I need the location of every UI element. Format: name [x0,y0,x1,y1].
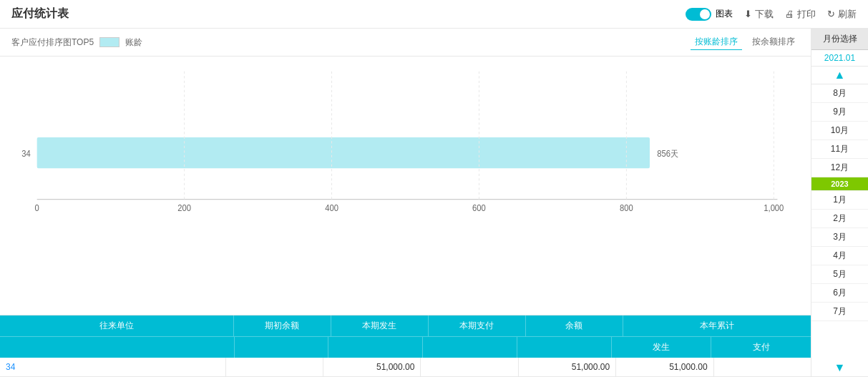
sidebar-month-11[interactable]: 11月 [811,140,868,159]
td-year-occur: 51,000.00 [616,358,713,376]
chart-toggle-wrap[interactable]: 图表 [686,8,733,21]
chart-controls: 客户应付排序图TOP5 账龄 按账龄排序 按余额排序 [0,29,811,57]
svg-text:34: 34 [21,150,31,158]
sidebar-header: 月份选择 [811,29,868,50]
th-balance: 余额 [526,315,623,336]
td-period-pay [421,358,518,376]
legend-title: 客户应付排序图TOP5 [11,36,94,49]
sidebar-month-10[interactable]: 10月 [811,122,868,140]
print-label: 打印 [797,8,816,21]
refresh-icon: ↻ [827,9,835,19]
download-button[interactable]: ⬇ 下载 [744,8,774,21]
td-period-balance [226,358,323,376]
svg-text:800: 800 [620,204,633,212]
svg-text:600: 600 [472,204,486,212]
sort-buttons: 按账龄排序 按余额排序 [691,34,799,50]
legend-text: 账龄 [125,36,142,49]
sidebar-month-2[interactable]: 2月 [811,210,868,228]
unit-link[interactable]: 34 [6,362,15,372]
sidebar-month-1[interactable]: 1月 [811,191,868,210]
td-year-pay [714,358,811,376]
download-label: 下载 [755,8,774,21]
bar-chart: 34 856天 0 200 400 600 800 1,000 [11,64,799,250]
svg-rect-1 [37,137,650,168]
th-unit: 往来单位 [0,315,234,336]
chart-legend: 客户应付排序图TOP5 账龄 [11,36,142,49]
svg-text:200: 200 [177,204,191,212]
td-balance: 51,000.00 [519,358,616,376]
th-period-balance: 期初余额 [234,315,331,336]
td-period-occur: 51,000.00 [323,358,421,376]
print-button[interactable]: 🖨 打印 [785,8,816,21]
download-icon: ⬇ [744,9,752,19]
th-year-occur: 发生 [612,337,712,358]
th-period-occur: 本期发生 [331,315,429,336]
sidebar-month-7[interactable]: 7月 [811,303,868,321]
sidebar-month-8[interactable]: 8月 [811,84,868,103]
th-year-acc: 本年累计 [623,315,811,336]
table-header-row2: 发生 支付 [0,336,811,358]
sidebar: 月份选择 2021.01 ▲ 8月 9月 10月 11月 12月 2023 1月… [811,29,868,377]
chart-area: 34 856天 0 200 400 600 800 1,000 [0,57,811,315]
refresh-label: 刷新 [838,8,857,21]
sidebar-month-3[interactable]: 3月 [811,228,868,247]
print-icon: 🖨 [785,9,794,19]
page-title: 应付统计表 [11,6,69,21]
sort-by-balance-button[interactable]: 按余额排序 [748,34,799,50]
header-actions: 图表 ⬇ 下载 🖨 打印 ↻ 刷新 [686,8,857,21]
svg-text:856天: 856天 [657,150,678,158]
chart-section: 客户应付排序图TOP5 账龄 按账龄排序 按余额排序 34 856天 [0,29,811,377]
svg-text:1,000: 1,000 [764,204,784,212]
table-row: 34 51,000.00 51,000.00 51,000.00 [0,358,811,377]
main-content: 客户应付排序图TOP5 账龄 按账龄排序 按余额排序 34 856天 [0,29,868,377]
chart-toggle[interactable] [686,8,711,21]
table-body: 34 51,000.00 51,000.00 51,000.00 [0,358,811,377]
refresh-button[interactable]: ↻ 刷新 [827,8,857,21]
table-section: 往来单位 期初余额 本期发生 本期支付 余额 本年累计 发生 支付 [0,315,811,377]
th-year-pay: 支付 [711,337,811,358]
sidebar-nav-up[interactable]: ▲ [811,67,868,84]
td-unit: 34 [0,358,226,376]
sidebar-month-4[interactable]: 4月 [811,247,868,265]
th-period-pay: 本期支付 [429,315,526,336]
sidebar-month-6[interactable]: 6月 [811,284,868,303]
sort-by-amount-button[interactable]: 按账龄排序 [691,34,742,50]
sidebar-month-5[interactable]: 5月 [811,265,868,284]
sidebar-year-2023: 2023 [811,177,868,191]
svg-text:400: 400 [325,204,338,212]
legend-box [99,37,120,47]
sidebar-months: 8月 9月 10月 11月 12月 2023 1月 2月 3月 4月 5月 6月… [811,84,868,359]
sidebar-nav-down[interactable]: ▼ [811,359,868,377]
sidebar-month-12[interactable]: 12月 [811,159,868,177]
table-header-row1: 往来单位 期初余额 本期发生 本期支付 余额 本年累计 [0,315,811,336]
svg-text:0: 0 [35,204,39,212]
chart-toggle-label: 图表 [716,8,733,20]
sidebar-month-9[interactable]: 9月 [811,103,868,122]
sidebar-year-input[interactable]: 2021.01 [811,50,868,67]
